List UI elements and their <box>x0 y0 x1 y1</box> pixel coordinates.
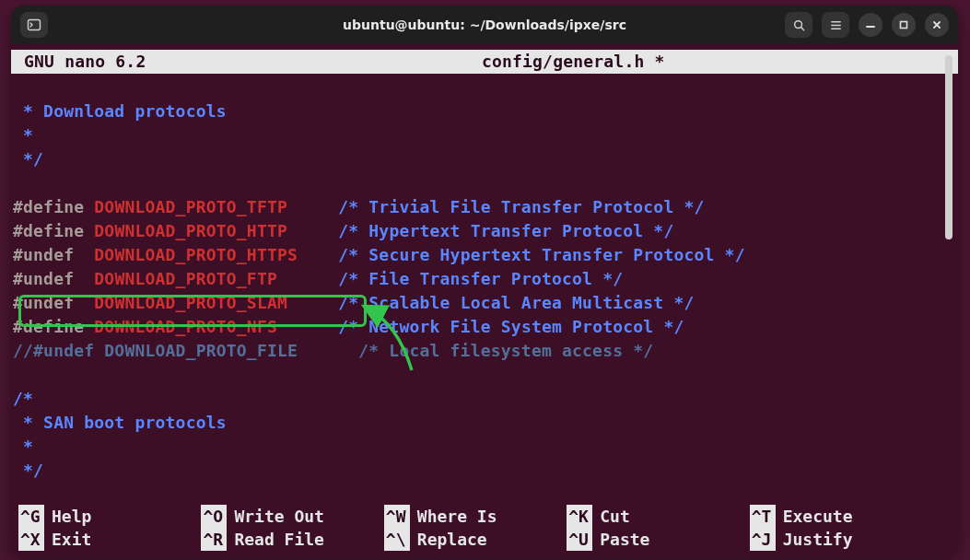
key-label: ^T <box>750 505 776 528</box>
svg-line-2 <box>801 27 803 29</box>
shortcut-label: Write Out <box>234 505 324 528</box>
macro: DOWNLOAD_PROTO_HTTPS <box>94 245 298 264</box>
comment: /* Trivial File Transfer Protocol */ <box>338 197 704 216</box>
scrollbar-thumb[interactable] <box>945 55 952 239</box>
code-line: * <box>13 125 33 145</box>
macro: DOWNLOAD_PROTO_NFS <box>94 317 277 336</box>
code-line: * SAN boot protocols <box>13 413 227 432</box>
macro: DOWNLOAD_PROTO_HTTP <box>94 221 287 240</box>
code-line: /* <box>13 389 33 408</box>
menu-button[interactable] <box>822 12 849 38</box>
footer-row-1: ^GHelp ^OWrite Out ^WWhere Is ^KCut ^TEx… <box>18 505 932 528</box>
shortcut-label: Replace <box>417 528 487 551</box>
nano-file-name: config/general.h * <box>146 50 945 74</box>
macro: DOWNLOAD_PROTO_FTP <box>94 269 277 288</box>
shortcut-execute[interactable]: ^TExecute <box>750 505 932 528</box>
nano-footer: ^GHelp ^OWrite Out ^WWhere Is ^KCut ^TEx… <box>18 505 932 551</box>
svg-rect-7 <box>901 22 907 29</box>
hamburger-icon <box>829 18 843 32</box>
shortcut-help[interactable]: ^GHelp <box>18 505 201 528</box>
comment: /* Secure Hypertext Transfer Protocol */ <box>338 245 744 264</box>
scrollbar[interactable] <box>945 55 954 551</box>
shortcut-exit[interactable]: ^XExit <box>18 528 201 551</box>
code-line: * Download protocols <box>13 101 227 121</box>
titlebar: ubuntu@ubuntu: ~/Downloads/ipxe/src <box>11 6 958 44</box>
shortcut-label: Execute <box>783 505 853 528</box>
shortcut-cut[interactable]: ^KCut <box>567 505 749 528</box>
maximize-button[interactable] <box>892 13 916 37</box>
preproc: #define <box>13 317 84 336</box>
code-line: * <box>13 437 33 456</box>
preproc: #define <box>13 197 84 216</box>
terminal-content[interactable]: GNU nano 6.2 config/general.h * * Downlo… <box>11 50 958 483</box>
key-label: ^R <box>201 528 227 551</box>
preproc: #define <box>13 221 84 240</box>
minimize-icon <box>865 19 876 30</box>
shortcut-label: Cut <box>600 505 630 528</box>
shortcut-label: Justify <box>783 528 853 551</box>
search-button[interactable] <box>785 12 812 38</box>
preproc: #undef <box>13 269 74 288</box>
close-button[interactable] <box>925 13 949 37</box>
close-icon <box>931 19 942 30</box>
shortcut-readfile[interactable]: ^RRead File <box>201 528 383 551</box>
key-label: ^U <box>567 528 592 551</box>
macro: DOWNLOAD_PROTO_SLAM <box>94 293 287 312</box>
comment: /* Hypertext Transfer Protocol */ <box>338 221 673 240</box>
key-label: ^\ <box>384 528 410 551</box>
nano-app-name: GNU nano 6.2 <box>24 50 146 74</box>
shortcut-label: Paste <box>600 528 649 551</box>
comment: /* File Transfer Protocol */ <box>338 269 623 288</box>
key-label: ^G <box>18 505 44 528</box>
key-label: ^K <box>567 505 592 528</box>
svg-rect-0 <box>29 20 41 30</box>
editor-body[interactable]: * Download protocols * */ #define DOWNLO… <box>11 74 958 483</box>
minimize-button[interactable] <box>859 13 882 37</box>
preproc: #undef <box>13 293 74 312</box>
nano-header: GNU nano 6.2 config/general.h * <box>11 50 958 74</box>
terminal-icon <box>27 18 41 32</box>
shortcut-label: Exit <box>52 528 91 551</box>
maximize-icon <box>898 19 909 30</box>
shortcut-label: Read File <box>234 528 324 551</box>
comment: /* Network File System Protocol */ <box>338 317 684 336</box>
macro: DOWNLOAD_PROTO_TFTP <box>94 197 287 216</box>
shortcut-paste[interactable]: ^UPaste <box>567 528 749 551</box>
terminal-window: ubuntu@ubuntu: ~/Downloads/ipxe/src <box>11 6 958 556</box>
key-label: ^X <box>18 528 44 551</box>
key-label: ^J <box>750 528 776 551</box>
shortcut-whereis[interactable]: ^WWhere Is <box>384 505 567 528</box>
new-tab-button[interactable] <box>20 12 48 38</box>
commented-out-line: //#undef DOWNLOAD_PROTO_FILE /* Local fi… <box>13 341 653 360</box>
preproc: #undef <box>13 245 74 264</box>
comment: /* Scalable Local Area Multicast */ <box>338 293 694 312</box>
key-label: ^O <box>201 505 227 528</box>
search-icon <box>792 18 806 32</box>
code-line: */ <box>13 461 43 480</box>
shortcut-justify[interactable]: ^JJustify <box>750 528 932 551</box>
code-line: */ <box>13 149 43 169</box>
footer-row-2: ^XExit ^RRead File ^\Replace ^UPaste ^JJ… <box>18 528 932 551</box>
shortcut-label: Where Is <box>417 505 497 528</box>
key-label: ^W <box>384 505 410 528</box>
shortcut-label: Help <box>52 505 91 528</box>
shortcut-writeout[interactable]: ^OWrite Out <box>201 505 383 528</box>
shortcut-replace[interactable]: ^\Replace <box>384 528 567 551</box>
